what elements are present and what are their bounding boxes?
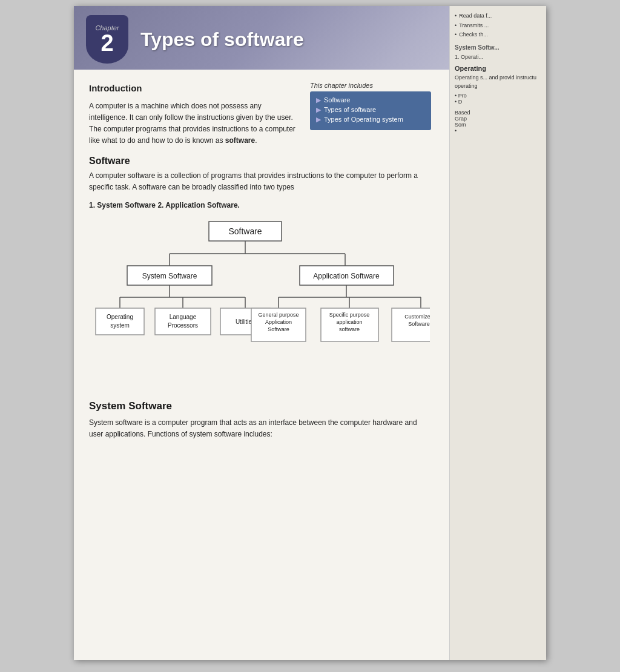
right-sidebar: • Read data f... • Transmits ... • Check…	[449, 6, 546, 660]
sidebar-bullet-3: • Checks th...	[455, 31, 541, 39]
chapter-badge: Chapter 2	[86, 15, 128, 64]
diagram-container: Software System Software Application Sof…	[89, 219, 431, 388]
lang-box	[155, 308, 211, 335]
sidebar-bullets: • Read data f... • Transmits ... • Check…	[455, 12, 541, 39]
software-section: Software A computer software is a collec…	[89, 156, 431, 193]
os-label-2: system	[110, 322, 130, 329]
chapter-includes-box: This chapter includes ▶ Software ▶ Types…	[310, 82, 431, 147]
intro-row: Introduction A computer is a machine whi…	[89, 82, 431, 147]
sidebar-item1: 1. Operati...	[455, 53, 541, 62]
diagram-root-label: Software	[228, 226, 262, 236]
includes-item-1: ▶ Software	[316, 96, 425, 104]
custom-label-2: Software	[408, 321, 430, 327]
gen-label-2: Application	[265, 319, 291, 325]
gen-label-1: General purpose	[258, 312, 298, 318]
sidebar-based: Based Grap Som •	[455, 110, 541, 134]
intro-text-block: Introduction A computer is a machine whi…	[89, 82, 298, 147]
chapter-includes-title: This chapter includes	[310, 82, 431, 89]
includes-item-3: ▶ Types of Operating system	[316, 116, 425, 124]
header-title: Types of software	[140, 28, 304, 51]
sidebar-bullet-1: • Read data f...	[455, 12, 541, 21]
os-box	[96, 308, 144, 335]
chapter-number: 2	[101, 31, 113, 54]
sidebar-sub-bullets: • Pro • D	[455, 93, 541, 105]
os-label-1: Operating	[107, 314, 133, 320]
spec-label-2: application	[336, 319, 362, 325]
lang-label-1: Language	[169, 314, 196, 320]
lang-label-2: Processors	[167, 322, 197, 329]
main-content: Introduction A computer is a machine whi…	[74, 70, 446, 452]
system-software-label: System Software	[142, 272, 197, 280]
software-diagram: Software System Software Application Sof…	[91, 219, 430, 388]
custom-label-1: Customized	[404, 314, 430, 320]
intro-heading: Introduction	[89, 82, 298, 96]
software-heading: Software	[89, 156, 431, 166]
gen-label-3: Software	[268, 326, 289, 332]
sidebar-system-label: System Softw...	[455, 44, 541, 51]
sidebar-operating-heading: Operating	[455, 65, 541, 72]
app-software-label: Application Software	[313, 272, 380, 280]
sidebar-operating-text: Operating s... and provid instructu oper…	[455, 74, 541, 90]
sidebar-bullet-2: • Transmits ...	[455, 22, 541, 30]
spec-label-1: Specific purpose	[329, 312, 369, 318]
software-body: A computer software is a collection of p…	[89, 170, 431, 193]
intro-paragraph: A computer is a machine which does not p…	[89, 100, 298, 147]
system-software-heading: System Software	[89, 400, 431, 412]
page: Chapter 2 Types of software • Read data …	[74, 6, 546, 660]
chapter-includes-list: ▶ Software ▶ Types of software ▶ Types o…	[310, 91, 431, 130]
spec-label-3: software	[338, 326, 359, 332]
includes-item-2: ▶ Types of software	[316, 106, 425, 114]
system-software-section: System Software System software is a com…	[89, 400, 431, 440]
types-line: 1. System Software 2. Application Softwa…	[89, 201, 431, 209]
system-software-body: System software is a computer program th…	[89, 417, 431, 440]
